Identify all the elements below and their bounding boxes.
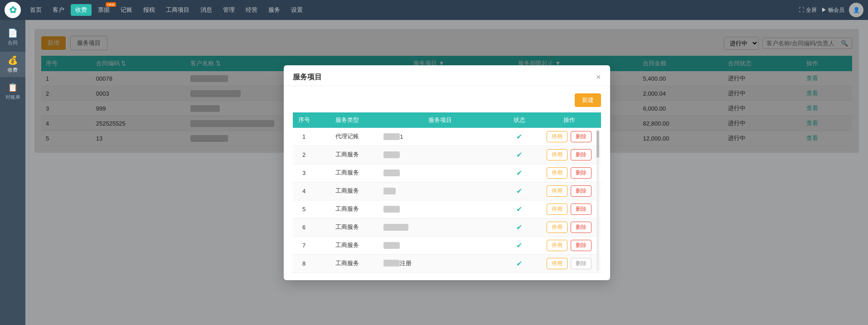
modal-table-row: 6 工商服务 ██████ ✔ 停用 删除 — [293, 218, 601, 236]
stop-btn[interactable]: 停用 — [547, 204, 567, 215]
delete-btn[interactable]: 删除 — [571, 185, 592, 197]
status-check-icon: ✔ — [516, 223, 522, 231]
stop-btn[interactable]: 停用 — [547, 222, 567, 233]
sidebar-label-reconcile: 对账单 — [5, 94, 20, 101]
contract-icon: 📄 — [8, 28, 18, 38]
status-check-icon: ✔ — [516, 187, 522, 195]
delete-btn-disabled[interactable]: 删除 — [571, 258, 592, 269]
sidebar: 📄 合同 💰 收费 📋 对账单 — [0, 20, 25, 325]
modal-new-btn[interactable]: 新建 — [575, 93, 601, 107]
status-check-icon: ✔ — [516, 260, 522, 267]
modal-table-row: 7 工商服务 ████ ✔ 停用 删除 — [293, 236, 601, 254]
modal-col-status: 状态 — [501, 112, 538, 128]
modal-table-row: 5 工商服务 ████ ✔ 停用 删除 — [293, 200, 601, 218]
nav-message[interactable]: 消息 — [196, 4, 217, 16]
nav-baoshui[interactable]: 报税 — [139, 4, 160, 16]
delete-btn[interactable]: 删除 — [571, 204, 592, 215]
status-check-icon: ✔ — [516, 133, 522, 141]
modal-table-row: 4 工商服务 ███ ✔ 停用 删除 — [293, 182, 601, 200]
modal-title: 服务项目 — [293, 73, 322, 82]
stop-btn[interactable]: 停用 — [547, 167, 567, 179]
nav-settings[interactable]: 设置 — [286, 4, 307, 16]
status-check-icon: ✔ — [516, 205, 522, 213]
nav-manage[interactable]: 管理 — [218, 4, 239, 16]
nav-piaoju[interactable]: 票据 new — [93, 4, 114, 16]
modal-table-row: 8 工商服务 ████注册 ✔ 停用 删除 — [293, 254, 601, 272]
modal-col-seq: 序号 — [293, 112, 315, 128]
nav-service[interactable]: 服务 — [264, 4, 285, 16]
nav-jizhang[interactable]: 记账 — [116, 4, 137, 16]
sidebar-label-fee: 收费 — [8, 67, 18, 73]
top-nav: ✿ 首页 客户 收费 票据 new 记账 报税 工商项目 消息 管理 经营 服务… — [0, 0, 868, 20]
sidebar-label-contract: 合同 — [8, 39, 18, 46]
app-logo: ✿ — [5, 2, 21, 18]
modal-table: 序号 服务类型 服务项目 状态 操作 1 代理记账 — [293, 112, 601, 273]
delete-btn[interactable]: 删除 — [571, 131, 592, 142]
nav-customer[interactable]: 客户 — [48, 4, 69, 16]
nav-economy[interactable]: 经营 — [241, 4, 262, 16]
main-area: 新增 服务项目 进行中 🔍 序号 合同编码 ⇅ — [25, 20, 868, 325]
stop-btn[interactable]: 停用 — [547, 185, 567, 197]
delete-btn[interactable]: 删除 — [571, 222, 592, 233]
service-modal: 服务项目 × 新建 序号 服务类型 服务项目 — [284, 65, 610, 280]
delete-btn[interactable]: 删除 — [571, 240, 592, 251]
scrollbar-track[interactable] — [596, 131, 599, 271]
member-btn[interactable]: ▶ 畅会员 — [821, 6, 844, 14]
modal-table-row: 2 工商服务 ████ ✔ 停用 删除 — [293, 146, 601, 164]
reconcile-icon: 📋 — [8, 82, 18, 92]
new-badge: new — [106, 2, 116, 7]
scrollbar-thumb[interactable] — [596, 131, 599, 158]
delete-btn[interactable]: 删除 — [571, 149, 592, 160]
nav-shoufei[interactable]: 收费 — [71, 4, 92, 16]
sidebar-item-reconcile[interactable]: 📋 对账单 — [0, 79, 25, 104]
modal-col-type: 服务类型 — [315, 112, 379, 128]
modal-toolbar: 新建 — [293, 93, 601, 107]
modal-header: 服务项目 × — [284, 65, 610, 86]
status-check-icon: ✔ — [516, 169, 522, 177]
layout: 📄 合同 💰 收费 📋 对账单 新增 服务项目 进行中 — [0, 20, 868, 325]
modal-close-btn[interactable]: × — [596, 73, 601, 81]
modal-overlay: 服务项目 × 新建 序号 服务类型 服务项目 — [25, 20, 868, 325]
stop-btn[interactable]: 停用 — [547, 149, 567, 160]
nav-items: 首页 客户 收费 票据 new 记账 报税 工商项目 消息 管理 经营 服务 设… — [25, 4, 799, 16]
sidebar-item-contract[interactable]: 📄 合同 — [0, 24, 25, 50]
modal-col-action: 操作 — [538, 112, 601, 128]
right-actions: ⛶ 全屏 ▶ 畅会员 👤 — [799, 3, 863, 17]
modal-col-item: 服务项目 — [379, 112, 501, 128]
fullscreen-btn[interactable]: ⛶ 全屏 — [799, 6, 816, 14]
fee-icon: 💰 — [8, 55, 18, 65]
delete-btn[interactable]: 删除 — [571, 167, 592, 179]
status-check-icon: ✔ — [516, 151, 522, 159]
stop-btn[interactable]: 停用 — [547, 258, 567, 269]
nav-home[interactable]: 首页 — [25, 4, 46, 16]
modal-body: 新建 序号 服务类型 服务项目 状态 操作 — [284, 86, 610, 280]
status-check-icon: ✔ — [516, 242, 522, 249]
stop-btn[interactable]: 停用 — [547, 131, 567, 142]
nav-gongshang[interactable]: 工商项目 — [161, 4, 194, 16]
sidebar-item-fee[interactable]: 💰 收费 — [0, 52, 25, 77]
stop-btn[interactable]: 停用 — [547, 240, 567, 251]
avatar[interactable]: 👤 — [849, 3, 863, 17]
modal-table-row: 1 代理记账 ████1 ✔ 停用 删除 — [293, 128, 601, 146]
modal-table-row: 3 工商服务 ████ ✔ 停用 删除 — [293, 164, 601, 182]
